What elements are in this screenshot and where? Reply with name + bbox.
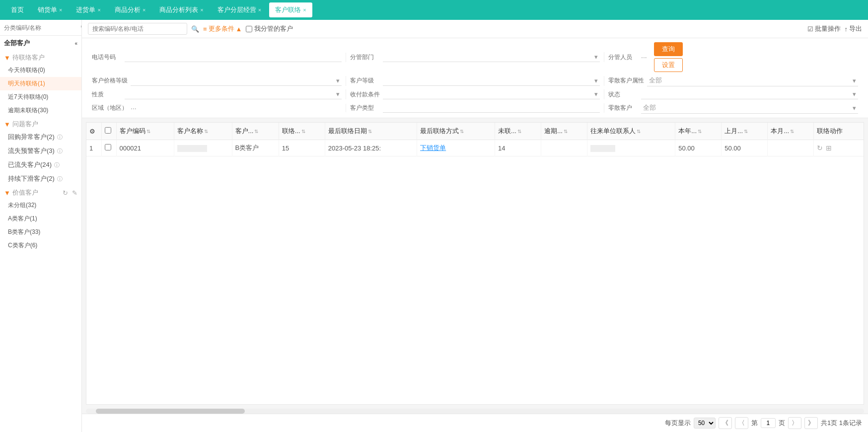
sidebar-item-today[interactable]: 今天待联络(0): [0, 64, 81, 77]
query-settings-group: 查询 设置: [654, 42, 683, 72]
sidebar-item-ungrouped[interactable]: 未分组(32): [0, 199, 81, 212]
nav-customer-contact-close[interactable]: ×: [303, 7, 306, 13]
page-number-input[interactable]: [761, 418, 776, 428]
first-page-button[interactable]: 《: [719, 417, 732, 429]
nav-product-analysis-list-close[interactable]: ×: [200, 7, 203, 13]
row-contact-count: 15: [279, 140, 325, 156]
col-checkbox[interactable]: [101, 123, 116, 140]
sidebar-item-declining[interactable]: 持续下滑客户(2) ⓘ: [0, 172, 81, 186]
nav-product-analysis[interactable]: 商品分析 ×: [109, 2, 151, 17]
nav-product-analysis-list[interactable]: 商品分析列表 ×: [153, 2, 209, 17]
filter-payment-select[interactable]: ▾: [383, 89, 600, 99]
sidebar: 🔍 全部客户 « ▼ 待联络客户 今天待联络(0) 明天待联络(1) 近7天待联…: [0, 20, 82, 432]
filter-person-dots[interactable]: ···: [641, 53, 647, 61]
sidebar-item-tomorrow[interactable]: 明天待联络(1): [0, 77, 81, 90]
sidebar-item-repurchase[interactable]: 回购异常客户(2) ⓘ: [0, 130, 81, 144]
action-refresh-icon[interactable]: ↻: [817, 144, 823, 152]
filter-retail-attr-select[interactable]: 全部▾: [647, 75, 858, 86]
nav-home[interactable]: 首页: [5, 2, 30, 17]
sidebar-item-lost[interactable]: 已流失客户(24) ⓘ: [0, 158, 81, 172]
row-name: [174, 140, 232, 156]
table-footer: 每页显示 50 《 〈 第 页 〉 》 共1页 1条记录: [82, 414, 868, 432]
nav-purchase-close[interactable]: ×: [97, 7, 100, 13]
filter-cust-type-input[interactable]: [383, 103, 600, 113]
filter-person: 分管人员 ··· 查询 设置: [604, 42, 862, 72]
sidebar-all-customers[interactable]: 全部客户 «: [0, 36, 81, 51]
col-last-method: 最后联络方式⇅: [417, 123, 495, 140]
per-page-label: 每页显示: [665, 419, 691, 428]
sidebar-search-input[interactable]: [4, 24, 78, 31]
sort-icon-overdue[interactable]: ⇅: [564, 129, 568, 134]
sidebar-value-section: ▼ 价值客户 ↻ ✎: [0, 186, 81, 199]
nav-product-analysis-close[interactable]: ×: [143, 7, 145, 13]
sidebar-item-7days[interactable]: 近7天待联络(0): [0, 90, 81, 104]
customer-table: ⚙ 客户编码⇅ 客户名称⇅ 客户...⇅ 联络...⇅ 最后联络日期⇅ 最后联络…: [86, 123, 864, 156]
nav-customer-contact[interactable]: 客户联络 ×: [269, 2, 312, 17]
filter-nature-select[interactable]: ▾: [125, 89, 342, 99]
query-button[interactable]: 查询: [654, 42, 683, 56]
page-size-select[interactable]: 50: [694, 418, 716, 429]
col-last-date: 最后联络日期⇅: [325, 123, 417, 140]
filter-status-select[interactable]: ▾: [641, 89, 858, 99]
sort-icon-this-month[interactable]: ⇅: [790, 129, 794, 134]
filter-region-label: 区域（地区）: [92, 104, 128, 112]
last-method-link[interactable]: 下销货单: [420, 144, 446, 151]
search-icon[interactable]: 🔍: [191, 25, 199, 33]
customer-table-area: ⚙ 客户编码⇅ 客户名称⇅ 客户...⇅ 联络...⇅ 最后联络日期⇅ 最后联络…: [86, 122, 864, 405]
sort-icon-this-year[interactable]: ⇅: [698, 129, 702, 134]
nav-customer-tier-close[interactable]: ×: [258, 7, 261, 13]
row-select-checkbox[interactable]: [105, 144, 111, 150]
col-settings[interactable]: ⚙: [86, 123, 101, 140]
sort-icon-last-date[interactable]: ⇅: [368, 129, 372, 134]
horizontal-scrollbar[interactable]: [86, 409, 864, 414]
row-category: B类客户: [232, 140, 279, 156]
sort-icon-name[interactable]: ⇅: [204, 129, 208, 134]
sidebar-search-bar: 🔍: [0, 20, 81, 36]
filter-dept: 分管部门 ▾: [346, 52, 604, 62]
sort-icon-last-method[interactable]: ⇅: [460, 129, 464, 134]
settings-button[interactable]: 设置: [654, 58, 683, 72]
prev-page-button[interactable]: 〈: [735, 417, 748, 429]
sidebar-collapse-icon[interactable]: «: [74, 41, 77, 46]
row-last-method[interactable]: 下销货单: [417, 140, 495, 156]
filter-phone-input[interactable]: [125, 53, 342, 62]
sort-icon-code[interactable]: ⇅: [146, 129, 150, 134]
sort-icon-contact[interactable]: ⇅: [301, 129, 305, 134]
scrollbar-thumb[interactable]: [96, 409, 245, 414]
batch-operation-button[interactable]: ☑ 批量操作: [807, 24, 841, 33]
main-layout: 🔍 全部客户 « ▼ 待联络客户 今天待联络(0) 明天待联络(1) 近7天待联…: [0, 20, 868, 432]
nav-purchase[interactable]: 进货单 ×: [70, 2, 106, 17]
sidebar-item-overdue[interactable]: 逾期未联络(30): [0, 104, 81, 117]
filter-dept-select[interactable]: ▾: [383, 52, 600, 62]
sidebar-item-class-c[interactable]: C类客户(6): [0, 239, 81, 252]
filter-search-input[interactable]: [88, 23, 187, 35]
row-this-month: [768, 140, 814, 156]
nav-sales[interactable]: 销货单 ×: [32, 2, 68, 17]
sidebar-item-lost-warning[interactable]: 流失预警客户(3) ⓘ: [0, 144, 81, 158]
action-grid-icon[interactable]: ⊞: [826, 144, 832, 152]
nav-sales-close[interactable]: ×: [59, 7, 62, 13]
col-overdue: 逾期...⇅: [541, 123, 587, 140]
select-all-checkbox[interactable]: [105, 127, 111, 134]
sidebar-item-class-a[interactable]: A类客户(1): [0, 212, 81, 225]
row-checkbox[interactable]: [101, 140, 116, 156]
filter-price-level-select[interactable]: ▾: [131, 76, 342, 86]
filter-region-dots[interactable]: ···: [131, 104, 137, 112]
sort-icon-last-month[interactable]: ⇅: [744, 129, 748, 134]
filter-cust-level-select[interactable]: ▾: [383, 76, 600, 86]
sort-icon-uncontacted[interactable]: ⇅: [517, 129, 521, 134]
sidebar-item-class-b[interactable]: B类客户(33): [0, 225, 81, 239]
sort-icon-category[interactable]: ⇅: [254, 129, 258, 134]
last-page-button[interactable]: 》: [804, 417, 818, 429]
filter-retail-select[interactable]: 全部▾: [641, 102, 858, 114]
my-customers-checkbox[interactable]: [246, 26, 252, 32]
col-uncontacted: 未联...⇅: [495, 123, 541, 140]
col-actions: 联络动作: [814, 123, 864, 140]
next-page-button[interactable]: 〉: [788, 417, 801, 429]
export-button[interactable]: ↑ 导出: [845, 24, 863, 33]
more-conditions-button[interactable]: ≡ 更多条件 ▲: [203, 24, 242, 33]
my-customers-label[interactable]: 我分管的客户: [246, 24, 293, 33]
filter-bar: 🔍 ≡ 更多条件 ▲ 我分管的客户 ☑ 批量操作 ↑ 导出: [82, 20, 868, 38]
sort-icon-person[interactable]: ⇅: [637, 129, 641, 134]
nav-customer-tier[interactable]: 客户分层经营 ×: [212, 2, 267, 17]
